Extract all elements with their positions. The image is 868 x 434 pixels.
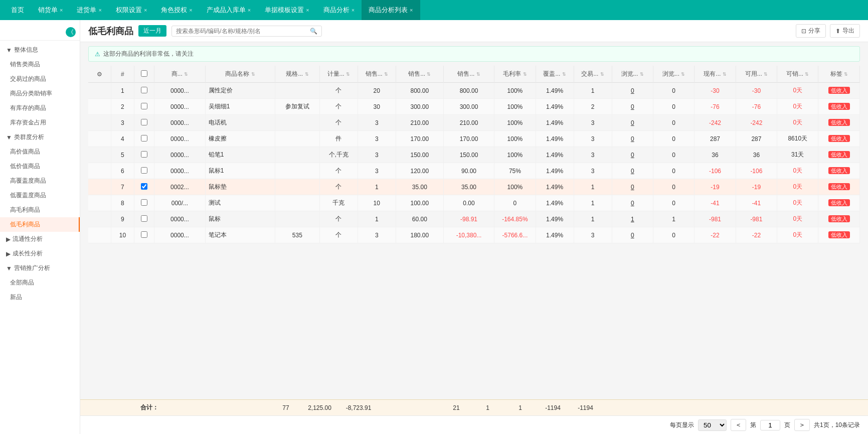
sidebar-group-circulation[interactable]: ▶ 流通性分析 [0, 232, 80, 246]
th-sales-amount[interactable]: 销售... ⇅ [443, 66, 494, 83]
nav-home[interactable]: 首页 [4, 0, 31, 20]
th-sales-qty[interactable]: 销售... ⇅ [358, 66, 396, 83]
row-checkbox[interactable] [141, 87, 147, 93]
sidebar-item-low-value[interactable]: 低价值商品 [0, 159, 80, 174]
cell-coverage: 1.49% [536, 179, 574, 195]
cell-browse1[interactable]: 0 [612, 163, 653, 179]
th-saleable[interactable]: 可销... ⇅ [777, 66, 818, 83]
sidebar-item-low-margin[interactable]: 低毛利商品 [0, 217, 80, 232]
sidebar-item-low-coverage[interactable]: 低覆盖度商品 [0, 188, 80, 203]
period-button[interactable]: 近一月 [138, 25, 166, 37]
th-unit[interactable]: 计量... ⇅ [319, 66, 358, 83]
cell-check[interactable] [134, 163, 154, 179]
page-size-select[interactable]: 50 100 [698, 419, 727, 431]
cell-check[interactable] [134, 131, 154, 147]
sidebar-item-inventory-fund[interactable]: 库存资金占用 [0, 115, 80, 130]
sidebar-group-marketing[interactable]: ▼ 营销推广分析 [0, 261, 80, 275]
sidebar-item-stocked-goods[interactable]: 有库存的商品 [0, 101, 80, 115]
nav-sales-order[interactable]: 销货单 × [31, 0, 70, 20]
cell-check[interactable] [134, 83, 154, 99]
th-current[interactable]: 现有... ⇅ [695, 66, 736, 83]
cell-check[interactable] [134, 99, 154, 115]
sidebar-item-high-coverage[interactable]: 高覆盖度商品 [0, 174, 80, 188]
nav-product-analysis[interactable]: 商品分析 × [316, 0, 362, 20]
row-checkbox[interactable] [141, 119, 147, 125]
nav-close-sales-order[interactable]: × [60, 7, 63, 13]
th-spec[interactable]: 规格... ⇅ [275, 66, 320, 83]
row-checkbox[interactable] [141, 215, 147, 222]
th-name[interactable]: 商品名称 ⇅ [205, 66, 275, 83]
cell-check[interactable] [134, 179, 154, 195]
search-input[interactable] [176, 28, 308, 35]
row-checkbox[interactable] [141, 151, 147, 158]
th-check[interactable] [134, 66, 154, 83]
th-transaction[interactable]: 交易... ⇅ [574, 66, 612, 83]
cell-browse1[interactable]: 0 [612, 115, 653, 131]
sidebar-item-sales-goods[interactable]: 销售类商品 [0, 57, 80, 72]
nav-product-analysis-list[interactable]: 商品分析列表 × [362, 0, 420, 20]
nav-close-product-analysis[interactable]: × [352, 7, 355, 13]
cell-browse1[interactable]: 0 [612, 195, 653, 211]
cell-check[interactable] [134, 211, 154, 227]
sidebar-group-growth[interactable]: ▶ 成长性分析 [0, 246, 80, 261]
nav-close-product-inbound[interactable]: × [248, 7, 251, 13]
th-browse2[interactable]: 浏览... ⇅ [653, 66, 695, 83]
nav-permission[interactable]: 权限设置 × [109, 0, 154, 20]
row-checkbox[interactable] [141, 103, 147, 109]
sidebar-item-traded-goods[interactable]: 交易过的商品 [0, 72, 80, 86]
th-settings[interactable]: ⚙ [88, 66, 111, 83]
cell-browse1[interactable]: 0 [612, 99, 653, 115]
sidebar-item-all-goods[interactable]: 全部商品 [0, 275, 80, 290]
row-checkbox[interactable] [141, 167, 147, 174]
sidebar-item-new-goods[interactable]: 新品 [0, 290, 80, 305]
nav-close-purchase-order[interactable]: × [98, 7, 101, 13]
cell-sales-qty: 10 [358, 195, 396, 211]
cell-check[interactable] [134, 227, 154, 243]
nav-role-auth[interactable]: 角色授权 × [154, 0, 199, 20]
cell-browse1[interactable]: 1 [612, 211, 653, 227]
search-box: 🔍 [171, 26, 322, 37]
nav-product-inbound[interactable]: 产成品入库单 × [200, 0, 258, 20]
th-browse1[interactable]: 浏览... ⇅ [612, 66, 653, 83]
cell-check[interactable] [134, 147, 154, 163]
select-all-checkbox[interactable] [141, 70, 147, 77]
th-available[interactable]: 可用... ⇅ [736, 66, 777, 83]
row-checkbox[interactable] [141, 231, 147, 238]
nav-close-permission[interactable]: × [144, 7, 147, 13]
th-code[interactable]: 商... ⇅ [154, 66, 205, 83]
sidebar-group-overall[interactable]: ▼ 整体信息 [0, 43, 80, 57]
search-icon[interactable]: 🔍 [310, 28, 317, 35]
th-coverage[interactable]: 覆盖... ⇅ [536, 66, 574, 83]
cell-browse1[interactable]: 0 [612, 227, 653, 243]
nav-close-role-auth[interactable]: × [189, 7, 192, 13]
sidebar-item-category-rate[interactable]: 商品分类助销率 [0, 86, 80, 101]
page-number-input[interactable] [760, 420, 780, 430]
export-button[interactable]: ⬆ 导出 [830, 24, 860, 38]
cell-check[interactable] [134, 115, 154, 131]
cell-browse1[interactable]: 0 [612, 147, 653, 163]
th-sales-price[interactable]: 销售... ⇅ [396, 66, 443, 83]
next-page-btn[interactable]: ＞ [794, 419, 810, 431]
sidebar-collapse-btn[interactable]: 《 [66, 27, 76, 37]
row-checkbox[interactable] [141, 183, 147, 190]
cell-check[interactable] [134, 195, 154, 211]
nav-close-product-analysis-list[interactable]: × [410, 7, 413, 13]
nav-purchase-order[interactable]: 进货单 × [70, 0, 108, 20]
row-checkbox[interactable] [141, 135, 147, 141]
sidebar-item-high-margin[interactable]: 高毛利商品 [0, 203, 80, 217]
row-checkbox[interactable] [141, 199, 147, 206]
prev-page-btn[interactable]: ＜ [731, 419, 746, 431]
cell-num: 9 [111, 211, 134, 227]
cell-browse1[interactable]: 0 [612, 179, 653, 195]
share-button[interactable]: ⊡ 分享 [796, 24, 826, 38]
sidebar-item-high-value[interactable]: 高价值商品 [0, 144, 80, 159]
th-tag[interactable]: 标签 ⇅ [818, 66, 860, 83]
nav-close-template-setting[interactable]: × [306, 7, 309, 13]
nav-template-setting[interactable]: 单据模板设置 × [258, 0, 316, 20]
cell-browse1[interactable]: 0 [612, 131, 653, 147]
cell-browse1[interactable]: 0 [612, 83, 653, 99]
th-gross-rate[interactable]: 毛利率 ⇅ [494, 66, 536, 83]
total-browse2: 1 [504, 404, 537, 411]
cell-settings [88, 99, 111, 115]
sidebar-group-cluster[interactable]: ▼ 类群度分析 [0, 130, 80, 144]
